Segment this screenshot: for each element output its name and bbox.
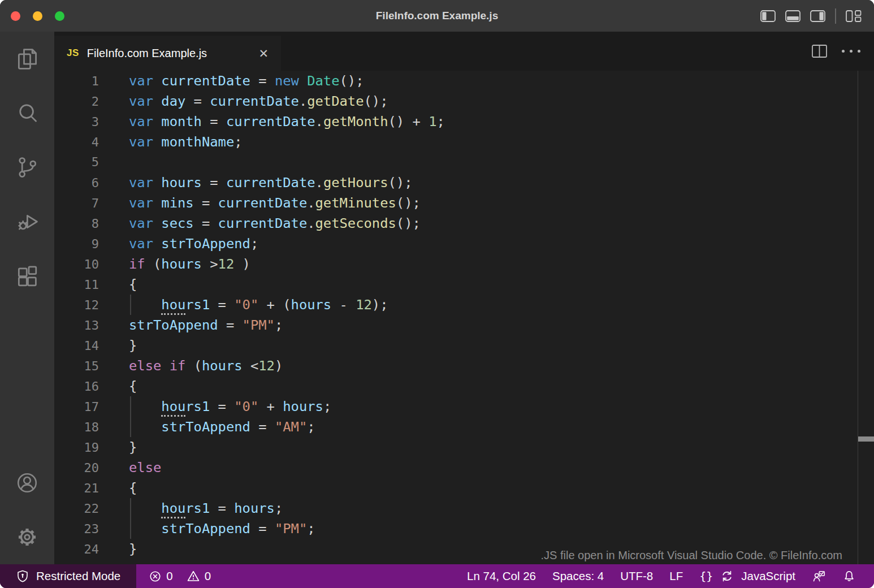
code-text: else xyxy=(99,457,857,478)
code-line[interactable]: 12 hours1 = "0" + (hours - 12); xyxy=(54,295,857,315)
tab-bar: JS FileInfo.com Example.js ✕ xyxy=(54,32,874,71)
notifications-button[interactable] xyxy=(842,569,856,583)
editor-actions xyxy=(812,32,860,71)
line-number: 14 xyxy=(54,336,99,356)
code-text: var monthName; xyxy=(99,132,857,152)
shield-icon xyxy=(16,569,29,583)
code-line[interactable]: 17 hours1 = "0" + hours; xyxy=(54,396,857,417)
code-text: strToAppend = "PM"; xyxy=(99,315,857,335)
code-line[interactable]: 14} xyxy=(54,335,857,356)
code-line[interactable]: 22 hours1 = hours; xyxy=(54,498,857,518)
line-number: 2 xyxy=(54,92,99,112)
split-editor-icon[interactable] xyxy=(812,45,827,58)
code-line[interactable]: 6var hours = currentDate.getHours(); xyxy=(54,172,857,193)
traffic-lights xyxy=(11,0,64,32)
toggle-primary-sidebar-icon[interactable] xyxy=(760,10,776,22)
code-line[interactable]: 9var strToAppend; xyxy=(54,234,857,254)
code-line[interactable]: 21{ xyxy=(54,478,857,498)
code-line[interactable]: 11{ xyxy=(54,274,857,295)
code-line[interactable]: 18 strToAppend = "AM"; xyxy=(54,417,857,437)
sidebar-item-accounts[interactable] xyxy=(0,456,54,510)
code-text: var strToAppend; xyxy=(99,234,857,254)
sync-icon[interactable] xyxy=(720,569,734,583)
line-number: 22 xyxy=(54,499,99,519)
code-line[interactable]: 15else if (hours <12) xyxy=(54,356,857,376)
code-text: var currentDate = new Date(); xyxy=(99,71,857,91)
code-line[interactable]: 13strToAppend = "PM"; xyxy=(54,315,857,335)
warning-icon xyxy=(187,569,200,583)
code-line[interactable]: 1var currentDate = new Date(); xyxy=(54,71,857,91)
customize-layout-icon[interactable] xyxy=(846,10,862,22)
line-number: 16 xyxy=(54,377,99,397)
code-text: var day = currentDate.getDate(); xyxy=(99,91,857,111)
sidebar-item-run-and-debug[interactable] xyxy=(0,194,54,249)
indentation-button[interactable]: Spaces: 4 xyxy=(552,569,604,583)
code-text: } xyxy=(99,335,857,356)
code-editor[interactable]: 1var currentDate = new Date();2var day =… xyxy=(54,71,874,564)
code-text: strToAppend = "PM"; xyxy=(99,518,857,539)
code-text: var secs = currentDate.getSeconds(); xyxy=(99,213,857,234)
gear-icon xyxy=(15,525,39,549)
code-text: } xyxy=(99,437,857,457)
code-line[interactable]: 8var secs = currentDate.getSeconds(); xyxy=(54,213,857,234)
line-number: 15 xyxy=(54,356,99,377)
feedback-button[interactable] xyxy=(812,569,826,583)
sidebar-item-explorer[interactable] xyxy=(0,32,54,86)
close-tab-icon[interactable]: ✕ xyxy=(258,47,269,59)
code-line[interactable]: 5 xyxy=(54,152,857,172)
vscode-window: FileInfo.com Example.js xyxy=(0,0,874,588)
warning-count: 0 xyxy=(205,569,211,583)
code-line[interactable]: 20else xyxy=(54,457,857,478)
feedback-icon xyxy=(812,569,826,583)
encoding-button[interactable]: UTF-8 xyxy=(620,569,653,583)
editor-watermark: .JS file open in Microsoft Visual Studio… xyxy=(540,549,842,562)
minimize-window-button[interactable] xyxy=(33,11,42,21)
code-line[interactable]: 2var day = currentDate.getDate(); xyxy=(54,91,857,111)
line-number: 24 xyxy=(54,539,99,560)
eol-button[interactable]: LF xyxy=(669,569,683,583)
language-mode-button[interactable]: JavaScript xyxy=(741,569,795,583)
problems-button[interactable]: 0 0 xyxy=(149,569,211,583)
code-line[interactable]: 19} xyxy=(54,437,857,457)
titlebar: FileInfo.com Example.js xyxy=(0,0,874,32)
restricted-mode-button[interactable]: Restricted Mode xyxy=(0,564,136,588)
explorer-icon xyxy=(15,46,40,71)
toggle-panel-icon[interactable] xyxy=(785,10,801,22)
code-text: else if (hours <12) xyxy=(99,356,857,376)
code-line[interactable]: 10if (hours >12 ) xyxy=(54,254,857,274)
code-text: var month = currentDate.getMonth() + 1; xyxy=(99,111,857,132)
line-number: 13 xyxy=(54,315,99,336)
javascript-file-icon: JS xyxy=(67,47,79,59)
code-line[interactable]: 3var month = currentDate.getMonth() + 1; xyxy=(54,111,857,132)
line-number: 12 xyxy=(54,295,99,315)
code-lines: 1var currentDate = new Date();2var day =… xyxy=(54,71,857,559)
source-control-icon xyxy=(15,155,40,180)
code-text: { xyxy=(99,478,857,498)
window-title: FileInfo.com Example.js xyxy=(0,10,874,22)
sidebar-item-settings[interactable] xyxy=(0,510,54,564)
cursor-position-button[interactable]: Ln 74, Col 26 xyxy=(467,569,536,583)
line-number: 17 xyxy=(54,397,99,417)
code-line[interactable]: 7var mins = currentDate.getMinutes(); xyxy=(54,193,857,213)
tab-fileinfo-example-js[interactable]: JS FileInfo.com Example.js ✕ xyxy=(54,36,281,71)
line-number: 5 xyxy=(54,152,99,172)
maximize-window-button[interactable] xyxy=(55,11,64,21)
toggle-secondary-sidebar-icon[interactable] xyxy=(810,10,825,22)
line-number: 10 xyxy=(54,254,99,275)
sidebar-item-search[interactable] xyxy=(0,86,54,140)
more-actions-icon[interactable] xyxy=(842,50,860,53)
code-line[interactable]: 4var monthName; xyxy=(54,132,857,152)
line-number: 4 xyxy=(54,132,99,153)
code-text: if (hours >12 ) xyxy=(99,254,857,274)
code-line[interactable]: 23 strToAppend = "PM"; xyxy=(54,518,857,539)
code-text: var hours = currentDate.getHours(); xyxy=(99,172,857,193)
sidebar-item-extensions[interactable] xyxy=(0,249,54,303)
scrollbar[interactable] xyxy=(858,71,874,564)
activity-bar xyxy=(0,32,54,564)
line-number: 18 xyxy=(54,417,99,438)
code-text: hours1 = hours; xyxy=(99,498,857,518)
code-line[interactable]: 16{ xyxy=(54,376,857,396)
close-window-button[interactable] xyxy=(11,11,20,21)
braces-icon[interactable]: {} xyxy=(699,569,713,583)
sidebar-item-source-control[interactable] xyxy=(0,140,54,194)
